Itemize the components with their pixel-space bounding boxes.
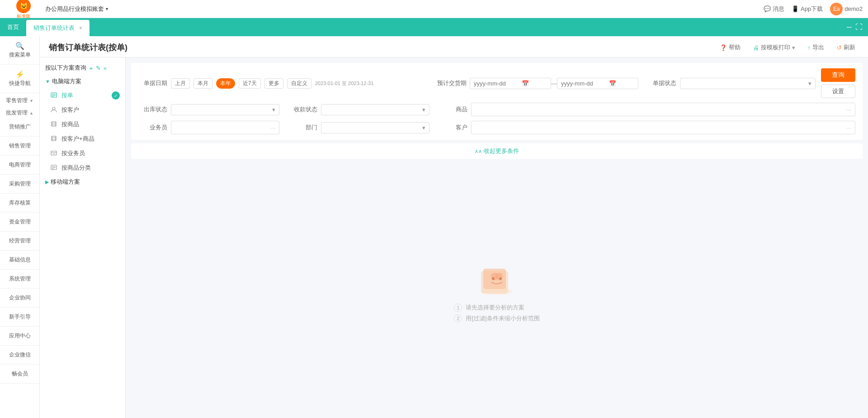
scheme-panel-header: 按以下方案查询 + ✎ « xyxy=(40,61,125,75)
goods-dots-icon[interactable]: ··· xyxy=(846,106,851,113)
ecommerce-label: 电商管理 xyxy=(9,162,31,168)
scheme-collapse-icon[interactable]: « xyxy=(104,65,107,71)
page-name: 办公用品行业模拟账套 xyxy=(45,5,104,13)
goods-field[interactable]: ··· xyxy=(471,103,855,116)
tab-minimize-icon[interactable]: ─ xyxy=(847,23,852,31)
search-icon: 🔍 xyxy=(0,42,39,50)
action-buttons: 查询 设置 xyxy=(821,68,855,98)
this-month-btn[interactable]: 本月 xyxy=(193,78,212,89)
app-download-button[interactable]: 📱 App下载 xyxy=(792,5,823,13)
sidebar-item-wechat[interactable]: 企业微信 xyxy=(0,346,39,365)
sidebar-item-ecommerce[interactable]: 电商管理 xyxy=(0,156,39,175)
payment-select[interactable]: ▾ xyxy=(321,104,429,115)
sidebar-item-shortcut[interactable]: ⚡ 快捷导航 xyxy=(0,65,39,93)
goods-label: 商品 xyxy=(439,105,471,114)
scheme-section-mobile[interactable]: ▶ 移动端方案 xyxy=(40,175,125,189)
sidebar-item-newbie[interactable]: 新手引导 xyxy=(0,308,39,327)
sidebar-item-finance[interactable]: 资金管理 xyxy=(0,213,39,232)
last-month-btn[interactable]: 上月 xyxy=(171,78,190,89)
page-selector[interactable]: 办公用品行业模拟账套 ▾ xyxy=(45,5,108,13)
sidebar-item-appstore[interactable]: 应用中心 xyxy=(0,327,39,346)
sidebar-item-corp[interactable]: 企业协同 xyxy=(0,289,39,308)
sidebar-item-operation[interactable]: 经营管理 xyxy=(0,232,39,251)
last7-btn[interactable]: 近7天 xyxy=(239,78,261,89)
expected-date-end-picker[interactable]: 📅 xyxy=(557,78,638,89)
inventory-label: 库存核算 xyxy=(9,200,31,206)
svg-point-20 xyxy=(499,277,502,280)
this-year-btn[interactable]: 本年 xyxy=(216,78,235,89)
sidebar-item-retail[interactable]: 零售管理 xyxy=(0,93,39,105)
customer-dots-icon[interactable]: ··· xyxy=(846,124,851,131)
status-label: 单据状态 xyxy=(647,79,680,87)
tab-home[interactable]: 首页 xyxy=(0,18,26,36)
scheme-section-pc[interactable]: ▼ 电脑端方案 xyxy=(40,75,125,88)
salesman-dots-icon[interactable]: ··· xyxy=(270,124,275,131)
sidebar-item-marketing[interactable]: 营销推广 xyxy=(0,118,39,137)
customer-field[interactable]: ··· xyxy=(471,121,855,134)
sales-label: 销售管理 xyxy=(9,142,31,149)
tab-close-icon[interactable]: × xyxy=(79,25,82,31)
export-icon: ↑ xyxy=(808,44,811,51)
sidebar-item-inventory[interactable]: 库存核算 xyxy=(0,194,39,213)
sidebar-item-sales[interactable]: 销售管理 xyxy=(0,137,39,156)
delivery-select[interactable]: ▾ xyxy=(171,104,279,115)
by-cust-goods-label: 按客户+商品 xyxy=(61,135,94,143)
sidebar-item-purchase[interactable]: 采购管理 xyxy=(0,175,39,194)
message-icon: 💬 xyxy=(764,5,771,12)
top-bar: 🐱 标准版 办公用品行业模拟账套 ▾ 💬 消息 📱 App下载 Ea demo2 xyxy=(0,0,868,18)
expected-date-start-input[interactable] xyxy=(474,80,519,87)
date-buttons-group: 上月 本月 本年 近7天 更多 自定义 2023-01-01 至 2023-12… xyxy=(171,78,428,89)
svg-point-19 xyxy=(492,277,495,280)
expected-date-end-input[interactable] xyxy=(561,80,606,87)
collapse-bar[interactable]: ∧∧ 收起更多条件 xyxy=(131,143,863,159)
sidebar-item-search[interactable]: 🔍 搜索菜单 xyxy=(0,36,39,65)
print-button[interactable]: 🖨 按模板打印 ▾ xyxy=(750,42,799,53)
dept-label: 部门 xyxy=(288,124,321,132)
custom-btn[interactable]: 自定义 xyxy=(287,78,311,89)
query-button[interactable]: 查询 xyxy=(821,68,855,82)
collapse-label: 收起更多条件 xyxy=(484,147,519,155)
scheme-item-by-cust-goods[interactable]: 按客户+商品 xyxy=(40,132,125,146)
by-order-label: 按单 xyxy=(61,91,73,100)
sidebar-item-wholesale[interactable]: 批发管理 xyxy=(0,105,39,118)
tab-sales-stats[interactable]: 销售订单统计表 × xyxy=(26,20,90,36)
export-button[interactable]: ↑ 导出 xyxy=(804,42,828,53)
scheme-add-icon[interactable]: + xyxy=(89,64,93,72)
sidebar-item-member[interactable]: 畅会员 xyxy=(0,365,39,384)
salesman-field[interactable]: ··· xyxy=(171,121,279,134)
scheme-panel: 按以下方案查询 + ✎ « ▼ 电脑端方案 按单 ✓ xyxy=(40,57,126,418)
by-cust-goods-icon xyxy=(51,135,58,142)
message-button[interactable]: 💬 消息 xyxy=(764,5,784,13)
empty-step-2: 2 用[过滤]条件来缩小分析范围 xyxy=(454,314,539,323)
scheme-item-by-category[interactable]: 按商品分类 xyxy=(40,161,125,175)
print-dropdown-icon[interactable]: ▾ xyxy=(792,44,795,51)
more-btn[interactable]: 更多 xyxy=(264,78,283,89)
wechat-label: 企业微信 xyxy=(9,352,31,358)
marketing-label: 营销推广 xyxy=(9,124,31,130)
scheme-edit-icon[interactable]: ✎ xyxy=(96,65,101,71)
calendar-start-icon[interactable]: 📅 xyxy=(522,80,529,87)
expected-date-start-picker[interactable]: 📅 xyxy=(470,78,551,89)
sidebar-item-basic[interactable]: 基础信息 xyxy=(0,251,39,270)
tab-bar-actions: ─ ⛶ xyxy=(847,23,868,31)
refresh-button[interactable]: ↺ 刷新 xyxy=(833,42,859,53)
content-area: 销售订单统计表(按单) ❓ 帮助 🖨 按模板打印 ▾ ↑ 导出 ↺ xyxy=(40,36,868,418)
page-dropdown-icon[interactable]: ▾ xyxy=(106,6,108,11)
by-salesman-icon xyxy=(51,150,58,157)
sidebar-item-system[interactable]: 系统管理 xyxy=(0,270,39,289)
scheme-item-by-customer[interactable]: 按客户 xyxy=(40,103,125,117)
settings-button[interactable]: 设置 xyxy=(821,85,855,98)
help-label: 帮助 xyxy=(729,43,741,52)
user-area[interactable]: Ea demo2 xyxy=(830,3,863,15)
scheme-item-by-goods[interactable]: 按商品 xyxy=(40,117,125,132)
tab-maximize-icon[interactable]: ⛶ xyxy=(855,23,863,31)
breadcrumb-area: 销售订单统计表(按单) xyxy=(49,42,127,53)
print-icon: 🖨 xyxy=(753,44,759,51)
scheme-item-by-order[interactable]: 按单 ✓ xyxy=(40,88,125,103)
scheme-item-by-salesman[interactable]: 按业务员 xyxy=(40,146,125,161)
status-select[interactable]: ▾ xyxy=(680,78,816,89)
svg-point-4 xyxy=(52,107,55,110)
calendar-end-icon[interactable]: 📅 xyxy=(609,80,616,87)
help-button[interactable]: ❓ 帮助 xyxy=(716,42,744,53)
dept-select[interactable]: ▾ xyxy=(321,122,429,133)
